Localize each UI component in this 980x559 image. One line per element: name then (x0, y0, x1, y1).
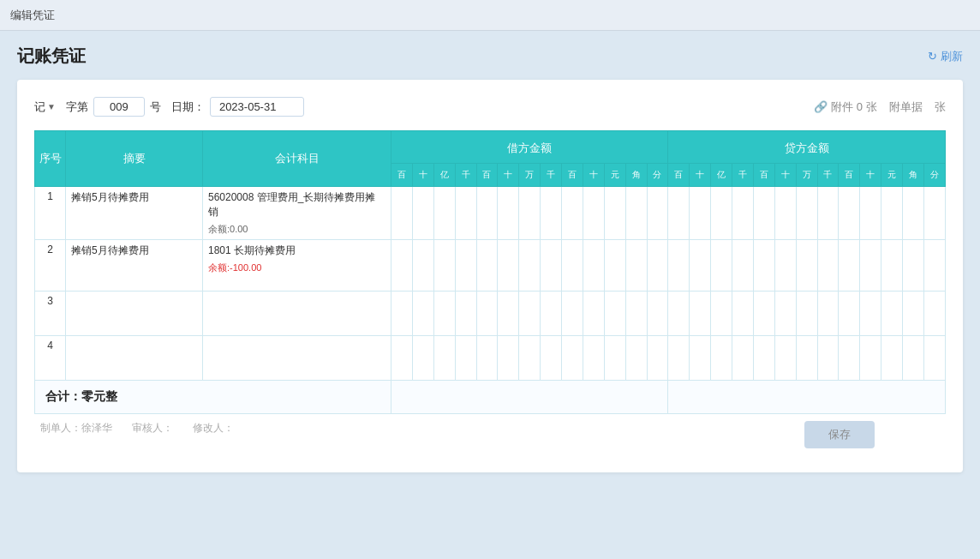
row-d7[interactable] (519, 292, 541, 336)
row-d11[interactable] (604, 240, 625, 292)
row-c13[interactable] (923, 187, 945, 240)
row-c7[interactable] (796, 187, 817, 240)
row-d9[interactable] (562, 240, 583, 292)
row-c12[interactable] (903, 292, 924, 336)
row-c8[interactable] (817, 187, 839, 240)
refresh-button[interactable]: ↻ 刷新 (928, 49, 963, 64)
row-c8[interactable] (817, 336, 839, 381)
row-c6[interactable] (774, 187, 796, 240)
row-c10[interactable] (860, 336, 881, 381)
row-c5[interactable] (753, 292, 774, 336)
row-c4[interactable] (732, 292, 754, 336)
row-c4[interactable] (732, 187, 754, 240)
row-d7[interactable] (519, 187, 541, 240)
row-c3[interactable] (711, 336, 732, 381)
row-c2[interactable] (690, 240, 711, 292)
row-d3[interactable] (433, 292, 455, 336)
row-d9[interactable] (562, 187, 583, 240)
row-c5[interactable] (753, 240, 774, 292)
row-d4[interactable] (455, 292, 476, 336)
row-d6[interactable] (498, 240, 519, 292)
row-d4[interactable] (455, 240, 476, 292)
row-d8[interactable] (541, 240, 562, 292)
row-c6[interactable] (774, 240, 796, 292)
row-c8[interactable] (817, 292, 839, 336)
row-d8[interactable] (541, 187, 562, 240)
row-d9[interactable] (562, 336, 583, 381)
row-d2[interactable] (412, 187, 433, 240)
row-c12[interactable] (903, 240, 924, 292)
row-summary[interactable] (66, 336, 203, 381)
row-c11[interactable] (881, 187, 903, 240)
row-c5[interactable] (753, 187, 774, 240)
row-c10[interactable] (860, 187, 881, 240)
row-c10[interactable] (860, 240, 881, 292)
row-c3[interactable] (711, 187, 732, 240)
row-d5[interactable] (476, 336, 498, 381)
row-d13[interactable] (647, 240, 668, 292)
row-summary[interactable]: 摊销5月待摊费用 (66, 187, 203, 240)
row-c2[interactable] (690, 292, 711, 336)
row-c1[interactable] (668, 336, 690, 381)
row-d11[interactable] (604, 292, 625, 336)
row-c2[interactable] (690, 336, 711, 381)
row-d9[interactable] (562, 292, 583, 336)
row-c9[interactable] (839, 187, 860, 240)
row-d1[interactable] (391, 292, 413, 336)
row-d8[interactable] (541, 336, 562, 381)
row-c8[interactable] (817, 240, 839, 292)
row-d3[interactable] (433, 240, 455, 292)
row-c12[interactable] (903, 187, 924, 240)
row-c12[interactable] (903, 336, 924, 381)
row-d10[interactable] (583, 240, 604, 292)
row-d10[interactable] (583, 292, 604, 336)
row-c1[interactable] (668, 292, 690, 336)
row-d8[interactable] (541, 292, 562, 336)
row-d2[interactable] (412, 240, 433, 292)
row-d10[interactable] (583, 336, 604, 381)
row-c13[interactable] (923, 292, 945, 336)
row-account[interactable] (203, 292, 391, 336)
row-d12[interactable] (625, 336, 647, 381)
row-c9[interactable] (839, 292, 860, 336)
row-d4[interactable] (455, 187, 476, 240)
row-c7[interactable] (796, 292, 817, 336)
row-c1[interactable] (668, 240, 690, 292)
row-c10[interactable] (860, 292, 881, 336)
row-c4[interactable] (732, 336, 754, 381)
row-c11[interactable] (881, 292, 903, 336)
row-d3[interactable] (433, 336, 455, 381)
save-button[interactable]: 保存 (804, 421, 875, 448)
row-d5[interactable] (476, 187, 498, 240)
row-d12[interactable] (625, 292, 647, 336)
row-d13[interactable] (647, 187, 668, 240)
row-d1[interactable] (391, 240, 413, 292)
row-d13[interactable] (647, 292, 668, 336)
row-c6[interactable] (774, 292, 796, 336)
row-d1[interactable] (391, 336, 413, 381)
row-d4[interactable] (455, 336, 476, 381)
row-c1[interactable] (668, 187, 690, 240)
row-account[interactable]: 56020008 管理费用_长期待摊费用摊销 余额:0.00 (203, 187, 391, 240)
row-c11[interactable] (881, 240, 903, 292)
row-d6[interactable] (498, 292, 519, 336)
row-d11[interactable] (604, 187, 625, 240)
row-d11[interactable] (604, 336, 625, 381)
row-account[interactable] (203, 336, 391, 381)
row-d7[interactable] (519, 240, 541, 292)
row-c6[interactable] (774, 336, 796, 381)
row-d5[interactable] (476, 292, 498, 336)
row-c5[interactable] (753, 336, 774, 381)
row-summary[interactable] (66, 292, 203, 336)
row-d6[interactable] (498, 336, 519, 381)
voucher-number-input[interactable] (93, 97, 145, 117)
row-c3[interactable] (711, 240, 732, 292)
row-c7[interactable] (796, 240, 817, 292)
row-d2[interactable] (412, 336, 433, 381)
row-d13[interactable] (647, 336, 668, 381)
row-d3[interactable] (433, 187, 455, 240)
row-account[interactable]: 1801 长期待摊费用 余额:-100.00 (203, 240, 391, 292)
row-c2[interactable] (690, 187, 711, 240)
row-summary[interactable]: 摊销5月待摊费用 (66, 240, 203, 292)
row-c13[interactable] (923, 240, 945, 292)
